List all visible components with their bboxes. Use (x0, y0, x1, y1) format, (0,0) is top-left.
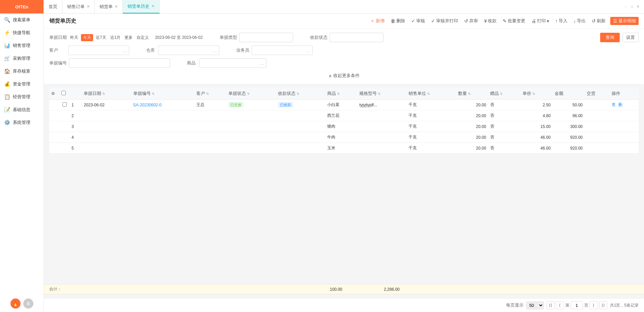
setting-button[interactable]: 设置 (622, 33, 639, 42)
query-button[interactable]: 查询 (600, 33, 620, 42)
page-size-select[interactable]: 50 100 200 (526, 302, 544, 309)
th-quantity[interactable]: 数量⇅ (456, 88, 488, 100)
view-action[interactable]: 查 (612, 102, 616, 108)
date-btn-1month[interactable]: 近1月 (109, 34, 122, 41)
cell-doc-no[interactable]: SA-20230602-0 (131, 100, 194, 110)
close-icon[interactable]: ✕ (115, 4, 118, 9)
th-unit-price[interactable]: 单价⇅ (521, 88, 553, 100)
th-gift[interactable]: 赠品⇅ (488, 88, 521, 100)
date-btn-7days[interactable]: 近7天 (94, 34, 108, 41)
export-button[interactable]: ↓ 导出 (572, 17, 587, 25)
select-all-checkbox[interactable] (61, 91, 66, 95)
horizontal-scrollbar[interactable] (44, 294, 644, 298)
import-button[interactable]: ↑ 导入 (554, 17, 569, 25)
th-doc-status[interactable]: 单据状态⇅ (226, 88, 276, 100)
sidebar-item-label: 基础信息 (13, 107, 30, 113)
cell-checkbox[interactable] (59, 132, 69, 143)
th-collect-status[interactable]: 收款状态⇅ (276, 88, 325, 100)
cell-doc-no[interactable] (131, 110, 194, 121)
audit-print-button[interactable]: ✓ 审核并打印 (430, 17, 459, 25)
last-page-button[interactable]: ⟩⟩ (599, 301, 607, 309)
warehouse-input[interactable] (161, 48, 211, 53)
th-checkbox[interactable] (59, 88, 69, 100)
cell-checkbox[interactable] (59, 110, 69, 121)
discard-button[interactable]: ↺ 弃审 (463, 17, 479, 25)
th-spec[interactable]: 规格型号⇅ (357, 88, 407, 100)
filter-collect-status: 收款状态 (310, 33, 384, 42)
sidebar-item-base-info[interactable]: 📝 基础信息 (0, 103, 44, 116)
maximize-button[interactable]: □ (629, 4, 635, 9)
cell-gift: 否 (488, 100, 521, 110)
ops-icon: 📋 (4, 94, 10, 100)
batch-change-button[interactable]: ✎ 批量变更 (501, 17, 527, 25)
new-button[interactable]: ＋ 新增 (369, 17, 386, 25)
tab-sales-goods-history[interactable]: 销货单历史 ✕ (123, 0, 160, 14)
show-detail-button[interactable]: ☰ 显示明细 (610, 17, 639, 25)
cell-checkbox[interactable] (59, 100, 69, 110)
cell-doc-no[interactable] (131, 143, 194, 154)
cell-actions: 查删 (610, 100, 639, 110)
tab-home[interactable]: 首页 (44, 0, 62, 14)
salesperson-input[interactable] (254, 48, 305, 53)
row-checkbox[interactable] (62, 102, 67, 107)
th-doc-no[interactable]: 单据编号⇅ (131, 88, 194, 100)
goods-input[interactable] (201, 61, 258, 66)
minimize-button[interactable]: － (623, 4, 628, 9)
date-btn-today[interactable]: 今天 (81, 34, 93, 41)
sidebar-bottom-btn-fire[interactable]: 🔥 (10, 298, 21, 309)
delete-button[interactable]: 🗑 删除 (389, 17, 407, 25)
date-btn-yesterday[interactable]: 昨天 (69, 34, 80, 41)
first-page-button[interactable]: ⟨⟨ (547, 301, 555, 309)
customer-dots[interactable]: … (122, 48, 127, 53)
cell-unit: 千克 (407, 143, 456, 154)
sidebar-item-ops[interactable]: 📋 经营管理 (0, 90, 44, 103)
cell-doc-no[interactable] (131, 121, 194, 132)
salesperson-dots[interactable]: … (306, 48, 310, 53)
th-doc-date[interactable]: 单据日期⇅ (82, 88, 131, 100)
collapse-button[interactable]: ∧ 收起更多条件 (49, 71, 639, 80)
sidebar-item-inventory[interactable]: 🏠 库存核算 (0, 65, 44, 78)
goods-dots[interactable]: … (260, 61, 264, 66)
cell-checkbox[interactable] (59, 143, 69, 154)
page-nav: ⟨⟨ ⟨ 第 页 ⟩ ⟩⟩ (547, 301, 607, 309)
cell-checkbox[interactable] (59, 121, 69, 132)
sidebar-bottom-btn-pause[interactable]: ⏸ (23, 298, 33, 309)
audit-button[interactable]: ✓ 审核 (410, 17, 426, 25)
cell-doc-no[interactable] (131, 132, 194, 143)
doc-type-select[interactable] (239, 33, 293, 42)
collapse-row: ∧ 收起更多条件 (49, 71, 639, 80)
cell-spec (357, 110, 407, 121)
warehouse-dots[interactable]: … (213, 48, 217, 53)
date-btn-more[interactable]: 更多 (123, 34, 134, 41)
cell-actions (610, 110, 639, 121)
collect-status-badge: 已收款 (278, 102, 293, 107)
sidebar-item-search-menu[interactable]: 🔍 搜索菜单 (0, 14, 44, 26)
sidebar-item-label: 库存核算 (13, 68, 30, 74)
doc-no-input[interactable] (69, 58, 170, 68)
th-customer[interactable]: 客户⇅ (194, 88, 227, 100)
sidebar-item-quick-nav[interactable]: ⚡ 快捷导航 (0, 26, 44, 39)
collect-status-select[interactable] (330, 33, 384, 42)
sidebar-item-sys-mgmt[interactable]: ⚙️ 系统管理 (0, 116, 44, 129)
customer-input[interactable] (71, 48, 121, 53)
date-btn-custom[interactable]: 自定义 (135, 34, 150, 41)
close-window-button[interactable]: ✕ (635, 4, 641, 9)
sidebar-item-sales-mgmt[interactable]: 📊 销售管理 (0, 39, 44, 52)
th-unit[interactable]: 销售单位⇅ (407, 88, 456, 100)
sidebar-item-finance[interactable]: 💰 资金管理 (0, 78, 44, 90)
th-settings[interactable]: ⚙ (49, 88, 59, 100)
sidebar-item-purchase-mgmt[interactable]: 🛒 采购管理 (0, 52, 44, 65)
collect-button[interactable]: ¥ 收款 (483, 17, 498, 25)
prev-page-button[interactable]: ⟨ (556, 301, 564, 309)
warehouse-label: 仓库 (146, 47, 156, 53)
tab-sales-order[interactable]: 销售订单 ✕ (62, 0, 95, 14)
close-icon[interactable]: ✕ (151, 4, 155, 8)
close-icon[interactable]: ✕ (87, 4, 90, 9)
print-button[interactable]: 🖨 打印 ▾ (530, 17, 551, 25)
page-number-input[interactable] (571, 301, 583, 309)
refresh-button[interactable]: ↺ 刷新 (590, 17, 607, 25)
tab-sales-goods[interactable]: 销货单 ✕ (95, 0, 123, 14)
next-page-button[interactable]: ⟩ (590, 301, 598, 309)
del-action[interactable]: 删 (618, 102, 622, 108)
th-goods[interactable]: 商品⇅ (325, 88, 358, 100)
